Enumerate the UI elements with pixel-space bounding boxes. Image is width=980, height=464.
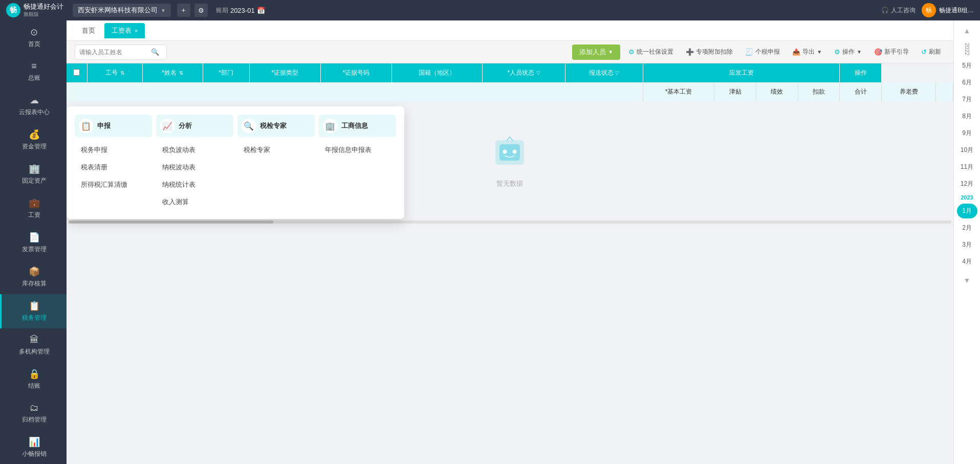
dropdown-menu: 📋 申报 税务申报 税表清册 所得税汇算清缴 📈 分析 税负波动表 纳税波动表 …: [67, 106, 404, 219]
headphone-icon: 🎧: [881, 7, 889, 14]
income-estimate-item[interactable]: 收入测算: [156, 193, 233, 211]
table-container: 📋 申报 税务申报 税表清册 所得税汇算清缴 📈 分析 税负波动表 纳税波动表 …: [67, 63, 953, 464]
guide-icon: 🎯: [874, 48, 882, 56]
export-button[interactable]: 📤 导出 ▼: [788, 46, 826, 58]
sidebar-item-report[interactable]: 📊 小畅报销: [0, 430, 67, 464]
tax-burden-item[interactable]: 税负波动表: [156, 141, 233, 159]
tab-home[interactable]: 首页: [75, 23, 102, 38]
dropdown-col-declaration: 📋 申报 税务申报 税表清册 所得税汇算清缴: [75, 115, 152, 211]
logo-area: 畅 畅捷通好会计 旗舰版: [6, 3, 73, 18]
tab-salary-table[interactable]: 工资表 ×: [104, 23, 145, 38]
calendar-down-button[interactable]: ▼: [959, 272, 975, 289]
cal-month-6[interactable]: 6月: [957, 75, 977, 90]
checkbox-all-th[interactable]: [67, 63, 87, 82]
col-id-type: *证据类型: [249, 63, 320, 82]
col-department: *部门: [203, 63, 249, 82]
cal-month-2[interactable]: 2月: [957, 220, 977, 235]
tax-stats-item[interactable]: 纳税统计表: [156, 176, 233, 193]
sidebar-label-multi: 多机构管理: [19, 347, 50, 356]
sidebar-item-cloud[interactable]: ☁ 云报表中心: [0, 89, 67, 123]
cal-month-4[interactable]: 4月: [957, 254, 977, 269]
col-allowance: 津贴: [714, 82, 756, 101]
tax-declaration-icon: 🧾: [745, 48, 753, 56]
sidebar-item-ledger[interactable]: ≡ 总账: [0, 55, 67, 89]
sort-icon-name[interactable]: ⇅: [179, 70, 183, 76]
company-selector[interactable]: 西安虾米网络科技有限公司 ▼: [73, 4, 171, 17]
sidebar-item-fund[interactable]: 💰 资金管理: [0, 123, 67, 157]
current-year-label: 2023: [961, 194, 973, 201]
home-icon: ⊙: [30, 27, 38, 38]
cal-month-1-active[interactable]: 1月: [957, 204, 977, 218]
sidebar-item-invoice[interactable]: 📄 发票管理: [0, 226, 67, 260]
prev-year-label: 2022: [964, 41, 970, 57]
settings-icon[interactable]: ⚙: [194, 4, 208, 17]
declaration-icon: 📋: [79, 119, 93, 133]
sidebar-item-multi[interactable]: 🏛 多机构管理: [0, 328, 67, 362]
sidebar-item-salary[interactable]: 💼 工资: [0, 191, 67, 226]
calendar-up-button[interactable]: ▲: [959, 23, 975, 39]
add-person-button[interactable]: 添加人员 ▼: [572, 45, 620, 60]
support-button[interactable]: 🎧 人工咨询: [881, 6, 916, 15]
horizontal-scrollbar[interactable]: [67, 219, 953, 225]
expert-title: 税检专家: [260, 121, 287, 130]
person-status-filter-icon[interactable]: ▽: [536, 70, 540, 76]
cal-month-10[interactable]: 10月: [957, 143, 977, 158]
search-input[interactable]: [79, 49, 151, 56]
tax-declaration-button[interactable]: 🧾 个税申报: [741, 46, 784, 58]
expert-icon: 🔍: [242, 119, 256, 133]
cal-month-3[interactable]: 3月: [957, 237, 977, 252]
sidebar-item-tax[interactable]: 📋 税务管理: [0, 294, 67, 328]
social-security-settings-button[interactable]: ⚙ 统一社保设置: [624, 46, 678, 58]
sidebar-item-archive[interactable]: 🗂 归档管理: [0, 396, 67, 430]
cal-month-11[interactable]: 11月: [957, 160, 977, 174]
guide-button[interactable]: 🎯 新手引导: [870, 46, 913, 58]
export-label: 导出: [802, 48, 815, 56]
tax-check-item[interactable]: 税检专家: [237, 141, 315, 159]
sidebar-item-inventory[interactable]: 📦 库存核算: [0, 260, 67, 294]
tax-declaration-item[interactable]: 税务申报: [75, 141, 152, 159]
cal-month-12[interactable]: 12月: [957, 176, 977, 191]
sidebar-item-close[interactable]: 🔒 结账: [0, 362, 67, 396]
tab-close-icon[interactable]: ×: [135, 28, 138, 34]
cal-month-9[interactable]: 9月: [957, 126, 977, 141]
operation-button[interactable]: ⚙ 操作 ▼: [830, 46, 866, 58]
scrollbar-thumb[interactable]: [69, 220, 273, 224]
analysis-icon: 📈: [160, 119, 175, 133]
sidebar-label-fund: 资金管理: [22, 142, 47, 151]
select-all-checkbox[interactable]: [73, 69, 80, 76]
tax-declaration-label: 个税申报: [755, 48, 780, 56]
refresh-button[interactable]: ↺ 刷新: [917, 46, 945, 58]
tax-fluctuation-item[interactable]: 纳税波动表: [156, 159, 233, 176]
employee-id-label: 工号: [105, 69, 118, 76]
analysis-title: 分析: [179, 121, 192, 130]
sidebar-label-inventory: 库存核算: [22, 279, 47, 288]
sort-icon[interactable]: ⇅: [120, 70, 124, 76]
user-area[interactable]: 畅 畅捷通B组…: [922, 3, 974, 17]
support-label: 人工咨询: [891, 6, 916, 15]
annual-report-item[interactable]: 年报信息申报表: [319, 141, 396, 159]
special-deduction-button[interactable]: ➕ 专项附加扣除: [682, 46, 737, 58]
cal-month-5[interactable]: 5月: [957, 58, 977, 73]
expert-header: 🔍 税检专家: [237, 115, 315, 137]
tax-register-item[interactable]: 税表清册: [75, 159, 152, 176]
add-company-button[interactable]: ＋: [177, 4, 190, 17]
col-gross-salary: 应发工资: [643, 63, 840, 82]
calendar-icon[interactable]: 📅: [257, 7, 265, 14]
col-person-status: *人员状态 ▽: [483, 63, 565, 82]
salary-tab-label: 工资表: [112, 26, 132, 35]
logo-sub: 旗舰版: [24, 11, 63, 18]
content-area: 首页 工资表 × 🔍 添加人员 ▼ ⚙ 统一社保设置 ➕: [67, 20, 953, 464]
sidebar-item-home[interactable]: ⊙ 首页: [0, 20, 67, 55]
col-report-status: 报送状态 ▽: [565, 63, 643, 82]
period-label: 账期: [216, 6, 228, 15]
sidebar-item-asset[interactable]: 🏢 固定资产: [0, 157, 67, 191]
col-base-salary: *基本工资: [643, 82, 714, 101]
col-pension: 养老费: [882, 82, 936, 101]
cal-month-8[interactable]: 8月: [957, 109, 977, 124]
income-tax-item[interactable]: 所得税汇算清缴: [75, 176, 152, 193]
col-id-number: *证据号码: [320, 63, 391, 82]
salary-icon: 💼: [29, 197, 40, 209]
svg-rect-1: [499, 144, 520, 161]
report-status-filter-icon[interactable]: ▽: [615, 70, 619, 76]
cal-month-7[interactable]: 7月: [957, 92, 977, 107]
